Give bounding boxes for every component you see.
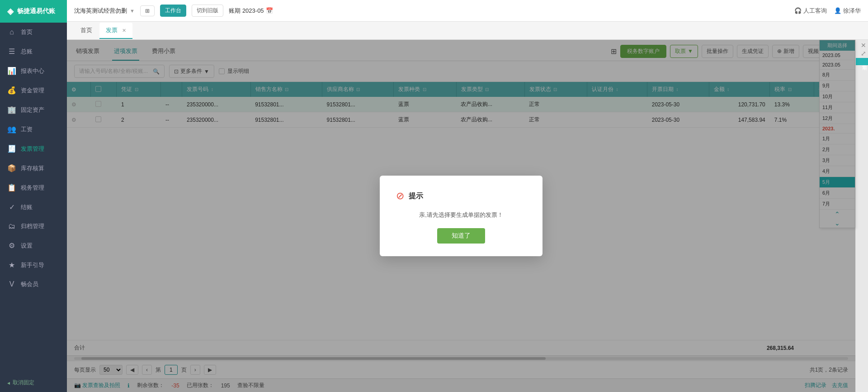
- modal-title-row: ⊘ 提示: [396, 190, 526, 202]
- period-display: 账期 2023-05 📅: [229, 7, 273, 15]
- switch-version-button[interactable]: 切到旧版: [192, 5, 223, 17]
- sidebar-label-assets: 固定资产: [21, 106, 44, 114]
- pin-icon: ◂: [7, 380, 10, 386]
- copy-button[interactable]: ⊞: [140, 5, 155, 16]
- sidebar-item-settle[interactable]: ✓ 结账: [0, 197, 67, 217]
- calendar-icon: 📅: [266, 7, 273, 14]
- sidebar: ◈ 畅捷通易代账 ⌂ 首页 ☰ 总账 📊 报表中心 💰 资金管理 🏢 固定资产 …: [0, 0, 67, 392]
- funds-icon: 💰: [7, 86, 16, 95]
- archive-icon: 🗂: [7, 222, 16, 230]
- company-dropdown-icon: ▼: [130, 8, 135, 14]
- inventory-icon: 📦: [7, 164, 16, 172]
- main-area: 沈海英测试经营勿删 ▼ ⊞ 工作台 切到旧版 账期 2023-05 📅 🎧 人工…: [67, 0, 868, 392]
- sidebar-item-assets[interactable]: 🏢 固定资产: [0, 100, 67, 120]
- sidebar-label-archive: 归档管理: [21, 222, 44, 230]
- sidebar-label-wages: 工资: [21, 125, 33, 134]
- modal-message: 亲,请先选择要生成单据的发票！: [396, 211, 526, 219]
- period-label: 账期: [229, 7, 241, 15]
- sidebar-item-tax[interactable]: 📋 税务管理: [0, 178, 67, 197]
- page-tabs: 首页 发票 ✕: [67, 22, 868, 40]
- topbar: 沈海英测试经营勿删 ▼ ⊞ 工作台 切到旧版 账期 2023-05 📅 🎧 人工…: [67, 0, 868, 22]
- sidebar-item-inventory[interactable]: 📦 库存核算: [0, 158, 67, 178]
- home-icon: ⌂: [7, 28, 16, 36]
- sidebar-label-invoices: 发票管理: [21, 145, 44, 153]
- alert-icon: ⊘: [396, 190, 404, 202]
- settings-icon: ⚙: [7, 241, 16, 250]
- sidebar-item-funds[interactable]: 💰 资金管理: [0, 81, 67, 100]
- tab-home[interactable]: 首页: [74, 23, 99, 39]
- sidebar-item-invoices[interactable]: 🧾 发票管理: [0, 139, 67, 158]
- support-link[interactable]: 🎧 人工客询: [794, 7, 827, 15]
- tax-icon: 📋: [7, 183, 16, 192]
- workbench-button[interactable]: 工作台: [160, 5, 186, 17]
- content-main: 销项发票 进项发票 费用小票 ⊞ 税务数字账户 取票 ▼ 批量操作 生成凭证: [67, 40, 855, 392]
- app-title: 畅捷通易代账: [17, 7, 55, 15]
- content: 销项发票 进项发票 费用小票 ⊞ 税务数字账户 取票 ▼ 批量操作 生成凭证: [67, 40, 868, 392]
- headset-icon: 🎧: [794, 7, 802, 14]
- wages-icon: 👥: [7, 125, 16, 134]
- sidebar-item-reports[interactable]: 📊 报表中心: [0, 61, 67, 81]
- support-label: 人工客询: [803, 7, 827, 15]
- invoices-icon: 🧾: [7, 144, 16, 153]
- guide-icon: ★: [7, 261, 16, 269]
- sidebar-label-guide: 新手引导: [21, 261, 44, 269]
- tab-invoice[interactable]: 发票 ✕: [99, 23, 132, 39]
- ledger-icon: ☰: [7, 47, 16, 56]
- sidebar-label-ledger: 总账: [21, 48, 33, 56]
- panel-close-icon[interactable]: ✕: [861, 42, 866, 49]
- cancel-fixed-label: 取消固定: [13, 379, 34, 387]
- tab-invoice-close-icon[interactable]: ✕: [122, 28, 126, 33]
- company-name: 沈海英测试经营勿删: [74, 7, 127, 15]
- sidebar-label-settle: 结账: [21, 203, 33, 211]
- sidebar-item-archive[interactable]: 🗂 归档管理: [0, 217, 67, 236]
- modal-confirm-button[interactable]: 知道了: [437, 228, 485, 244]
- company-selector[interactable]: 沈海英测试经营勿删 ▼: [74, 7, 135, 15]
- sidebar-label-inventory: 库存核算: [21, 164, 44, 172]
- modal-overlay[interactable]: ⊘ 提示 亲,请先选择要生成单据的发票！ 知道了: [67, 40, 855, 392]
- app-logo: ◈ 畅捷通易代账: [0, 0, 67, 23]
- sidebar-item-home[interactable]: ⌂ 首页: [0, 23, 67, 42]
- sidebar-label-settings: 设置: [21, 242, 33, 250]
- sidebar-label-member: 畅会员: [21, 280, 38, 288]
- settle-icon: ✓: [7, 203, 16, 211]
- sidebar-label-reports: 报表中心: [21, 67, 44, 75]
- tab-home-label: 首页: [80, 27, 92, 33]
- sidebar-item-guide[interactable]: ★ 新手引导: [0, 255, 67, 275]
- panel-expand-icon[interactable]: ⤢: [861, 50, 866, 57]
- reports-icon: 📊: [7, 67, 16, 75]
- sidebar-label-tax: 税务管理: [21, 184, 44, 192]
- panel-collapse-icon[interactable]: 常期: [856, 58, 868, 65]
- logo-icon: ◈: [7, 6, 14, 16]
- sidebar-item-settings[interactable]: ⚙ 设置: [0, 236, 67, 255]
- sidebar-label-home: 首页: [21, 28, 33, 36]
- topbar-right: 🎧 人工客询 👤 徐泽华: [794, 7, 861, 15]
- period-value: 2023-05: [242, 7, 264, 14]
- assets-icon: 🏢: [7, 105, 16, 114]
- tab-invoice-label: 发票: [106, 27, 118, 33]
- alert-modal: ⊘ 提示 亲,请先选择要生成单据的发票！ 知道了: [380, 176, 542, 256]
- member-icon: V: [7, 280, 16, 288]
- user-avatar[interactable]: 👤 徐泽华: [834, 7, 861, 15]
- sidebar-label-funds: 资金管理: [21, 86, 44, 95]
- sidebar-item-member[interactable]: V 畅会员: [0, 275, 67, 294]
- user-icon: 👤: [834, 7, 841, 14]
- sidebar-item-wages[interactable]: 👥 工资: [0, 120, 67, 139]
- cancel-fixed-button[interactable]: ◂ 取消固定: [0, 373, 67, 392]
- modal-title: 提示: [409, 191, 423, 201]
- sidebar-item-ledger[interactable]: ☰ 总账: [0, 42, 67, 61]
- user-name: 徐泽华: [843, 7, 861, 15]
- right-panel: ✕ ⤢ 常期 期间选择 2023.05 2023.05 8月 9月 10月 11…: [855, 40, 868, 392]
